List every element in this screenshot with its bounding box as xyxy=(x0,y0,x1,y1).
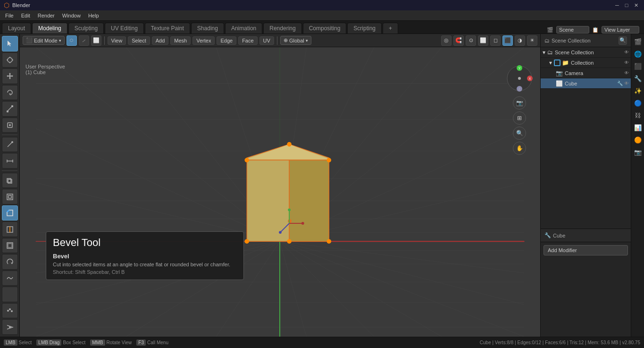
separator-1 xyxy=(2,135,17,135)
workspacebar: Layout Modeling Sculpting UV Editing Tex… xyxy=(0,21,644,34)
tab-shading[interactable]: Shading xyxy=(191,23,224,34)
menu-window[interactable]: Window xyxy=(59,12,84,19)
properties-panel: Add Modifier xyxy=(541,242,631,337)
prop-tab-object[interactable]: ⬛ xyxy=(632,60,644,72)
prop-tab-data[interactable]: 📊 xyxy=(632,122,644,133)
tab-rendering[interactable]: Rendering xyxy=(263,23,301,34)
view-menu[interactable]: View xyxy=(108,36,126,45)
move-tool-button[interactable] xyxy=(2,68,18,84)
scene-input[interactable] xyxy=(556,26,589,34)
right-main: 🗂 Scene Collection 🔍 ▾ 🗂 Scene Collectio… xyxy=(541,34,631,337)
material-btn[interactable]: ◑ xyxy=(515,35,525,46)
outliner-row-scene-collection[interactable]: ▾ 🗂 Scene Collection 👁 xyxy=(541,47,631,58)
select-tool-button[interactable] xyxy=(2,36,18,51)
status-rotate: MMB Rotate View xyxy=(90,340,132,346)
svg-line-59 xyxy=(280,241,524,273)
maximize-button[interactable]: □ xyxy=(622,1,631,9)
randomize-tool-button[interactable] xyxy=(2,303,18,319)
tab-sculpting[interactable]: Sculpting xyxy=(68,23,104,34)
view-type-btn-2[interactable]: ⟋ xyxy=(79,35,89,46)
outliner-row-cube[interactable]: ⬜ Cube 🔧 👁 xyxy=(541,78,631,89)
tab-texture-paint[interactable]: Texture Paint xyxy=(145,23,190,34)
select-menu[interactable]: Select xyxy=(128,36,150,45)
rotate-tool-button[interactable] xyxy=(2,85,18,101)
collection-checkbox[interactable] xyxy=(554,59,560,66)
inset-tool-button[interactable] xyxy=(2,189,18,204)
grid-view-btn[interactable]: ⊞ xyxy=(513,111,526,125)
view-layer-input[interactable] xyxy=(602,26,639,34)
uv-menu[interactable]: UV xyxy=(259,36,274,45)
view-type-btn-1[interactable]: ⬡ xyxy=(67,35,77,46)
offset-tool-button[interactable] xyxy=(2,238,18,254)
outliner-row-collection[interactable]: ▾ 📁 Collection 👁 xyxy=(541,58,631,68)
menu-file[interactable]: File xyxy=(2,12,17,19)
vertex-menu[interactable]: Vertex xyxy=(192,36,215,45)
cursor-tool-button[interactable] xyxy=(2,52,18,68)
svg-line-68 xyxy=(280,47,524,241)
grid-area[interactable]: User Perspective (1) Cube X Y xyxy=(20,47,540,337)
outliner-search-btn[interactable]: 🔍 xyxy=(619,36,627,45)
camera-eye[interactable]: 👁 xyxy=(624,70,629,76)
prop-tab-constraints[interactable]: ⛓ xyxy=(632,110,644,121)
tab-layout[interactable]: Layout xyxy=(2,23,31,34)
minimize-button[interactable]: ─ xyxy=(613,1,621,9)
prop-tab-physics[interactable]: 🔵 xyxy=(632,97,644,109)
mode-dropdown[interactable]: ⬛ Edit Mode ▾ xyxy=(23,36,65,45)
menubar: File Edit Render Window Help xyxy=(0,10,644,21)
extrude-tool-button[interactable] xyxy=(2,173,18,188)
spin-tool-button[interactable] xyxy=(2,254,18,270)
camera-persp-btn[interactable]: 📷 xyxy=(513,96,526,110)
bevel-tool-button[interactable] xyxy=(2,205,18,221)
collection-eye[interactable]: 👁 xyxy=(624,60,629,65)
tab-modeling[interactable]: Modeling xyxy=(32,23,67,34)
wireframe-btn[interactable]: ◻ xyxy=(490,35,501,46)
annotate-tool-button[interactable] xyxy=(2,137,18,153)
face-menu[interactable]: Face xyxy=(238,36,257,45)
menu-help[interactable]: Help xyxy=(85,12,102,19)
xray-btn[interactable]: ⬜ xyxy=(478,35,488,46)
solid-btn[interactable]: ⬛ xyxy=(502,35,513,46)
global-transform-dropdown[interactable]: ⊕ Global ▾ xyxy=(280,36,311,45)
pan-btn[interactable]: ✋ xyxy=(513,142,526,155)
sphere-tool-button[interactable] xyxy=(2,287,18,302)
edge-menu[interactable]: Edge xyxy=(217,36,236,45)
prop-tab-material[interactable]: 🟠 xyxy=(632,134,644,145)
outliner-row-camera[interactable]: 📷 Camera 👁 xyxy=(541,68,631,78)
menu-render[interactable]: Render xyxy=(34,12,58,19)
tab-compositing[interactable]: Compositing xyxy=(303,23,347,34)
bevel-tooltip: Bevel Tool Bevel Cut into selected items… xyxy=(46,231,244,280)
tab-uv-editing[interactable]: UV Editing xyxy=(105,23,144,34)
prop-tab-world[interactable]: 🌐 xyxy=(632,48,644,59)
prop-tab-render[interactable]: 📷 xyxy=(632,146,644,158)
overlay-btn[interactable]: ⊙ xyxy=(466,35,476,46)
viewport: ⬛ Edit Mode ▾ ⬡ ⟋ ⬜ View Select Add Mesh… xyxy=(20,34,540,337)
tab-add[interactable]: + xyxy=(383,23,398,34)
zoom-camera-btn[interactable]: 🔍 xyxy=(513,127,526,140)
svg-text:X: X xyxy=(529,77,531,80)
loop-cut-tool-button[interactable] xyxy=(2,221,18,237)
prop-tab-particles[interactable]: ✨ xyxy=(632,85,644,96)
view-type-btn-3[interactable]: ⬜ xyxy=(91,35,101,46)
prop-tab-scene[interactable]: 🎬 xyxy=(632,36,644,47)
add-menu[interactable]: Add xyxy=(152,36,169,45)
tab-animation[interactable]: Animation xyxy=(225,23,262,34)
cube-eye[interactable]: 👁 xyxy=(624,81,629,86)
svg-marker-80 xyxy=(247,144,329,160)
edge-slide-tool-button[interactable] xyxy=(2,319,18,335)
smooth-tool-button[interactable] xyxy=(2,271,18,286)
measure-tool-button[interactable] xyxy=(2,153,18,169)
add-modifier-button[interactable]: Add Modifier xyxy=(544,245,628,255)
mesh-menu[interactable]: Mesh xyxy=(170,36,191,45)
svg-line-55 xyxy=(280,241,374,337)
prop-tab-modifiers[interactable]: 🔧 xyxy=(632,73,644,84)
scene-collection-eye[interactable]: 👁 xyxy=(624,50,629,55)
scale-tool-button[interactable] xyxy=(2,101,18,117)
snap-btn[interactable]: 🧲 xyxy=(453,35,464,46)
close-button[interactable]: ✕ xyxy=(632,1,640,9)
orbit-gizmo[interactable]: X Y Z xyxy=(505,64,534,93)
menu-edit[interactable]: Edit xyxy=(18,12,33,19)
rendered-btn[interactable]: ☀ xyxy=(527,35,537,46)
tab-scripting[interactable]: Scripting xyxy=(347,23,382,34)
transform-tool-button[interactable] xyxy=(2,118,18,133)
proportional-editing-btn[interactable]: ◎ xyxy=(441,35,452,46)
